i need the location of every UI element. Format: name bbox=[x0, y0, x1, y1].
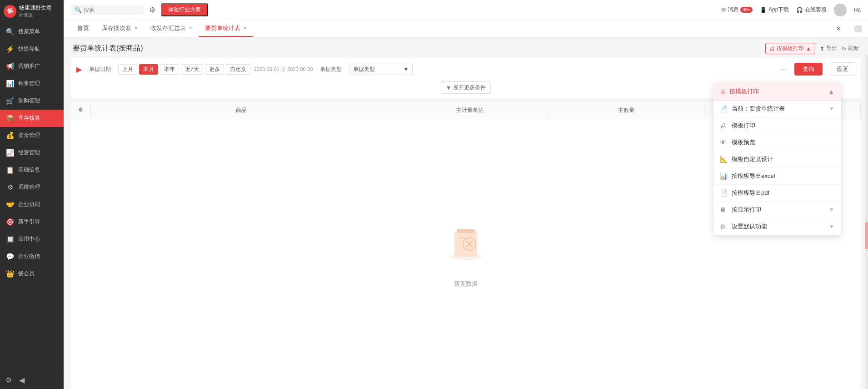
template-excel-label: 按模板导出excel bbox=[732, 172, 775, 180]
template-custom-icon: 📐 bbox=[720, 156, 727, 163]
topbar: 🔍 ⚙ 体验行业方案 ✉ 消息 99+ 📱 App下载 🎧 在线客服 Rit bbox=[64, 0, 868, 20]
tab-receivables-label: 收发存汇总表 bbox=[150, 24, 186, 32]
tab-requisition[interactable]: 要货单统计表 ✕ bbox=[199, 20, 253, 37]
settings-button[interactable]: 设置 bbox=[830, 62, 855, 76]
app-name: 畅康通好生意 bbox=[19, 5, 52, 12]
date-btn-more[interactable]: 更多 bbox=[205, 64, 224, 75]
sales-icon: 📊 bbox=[5, 80, 15, 88]
tab-receivables[interactable]: 收发存汇总表 ✕ bbox=[144, 20, 199, 37]
sidebar-item-basic[interactable]: 📋 基础信息 bbox=[0, 162, 64, 179]
date-btn-custom[interactable]: 自定义 bbox=[226, 64, 250, 75]
app-download-label: App下载 bbox=[768, 6, 789, 14]
more-options-icon[interactable]: ··· bbox=[780, 65, 787, 74]
tab-batch-close[interactable]: ✕ bbox=[134, 25, 138, 30]
sidebar-item-collab[interactable]: 🤝 企业协同 bbox=[0, 196, 64, 213]
dropdown-close-button[interactable]: ▲ bbox=[828, 88, 834, 95]
display-print-icon: 🖥 bbox=[720, 206, 727, 213]
search-input[interactable] bbox=[84, 7, 140, 13]
page-actions: 🖨 按模板打印 ▲ ⬆ 导出 ↻ 刷新 bbox=[765, 43, 859, 54]
print-dropdown-menu: 🖨 按模板打印 ▲ 📄 当前：要货单统计表 ▼ 🖨 模板打印 👁 模板预览 📐 bbox=[713, 83, 841, 235]
empty-illustration bbox=[443, 220, 489, 274]
date-btn-last-month[interactable]: 上月 bbox=[118, 64, 137, 75]
window-close-button[interactable]: ✕ bbox=[829, 20, 848, 37]
dropdown-template-print[interactable]: 🖨 模板打印 bbox=[713, 117, 841, 134]
topbar-right: ✉ 消息 99+ 📱 App下载 🎧 在线客服 Rit bbox=[721, 4, 861, 16]
template-pdf-icon: 📄 bbox=[720, 189, 727, 197]
window-controls: ✕ ⬜ bbox=[829, 20, 868, 37]
message-group[interactable]: ✉ 消息 99+ bbox=[721, 6, 753, 14]
column-settings-icon[interactable]: ⚙ bbox=[78, 106, 83, 113]
guide-icon: 🎯 bbox=[5, 218, 15, 226]
app-version: 标准版 bbox=[19, 12, 52, 18]
online-service-group[interactable]: 🎧 在线客服 bbox=[796, 6, 827, 14]
dropdown-current[interactable]: 📄 当前：要货单统计表 ▼ bbox=[713, 101, 841, 117]
type-select[interactable]: 单据类型 ▼ bbox=[349, 64, 413, 75]
content-area: 要货单统计表(按商品) 🖨 按模板打印 ▲ ⬆ 导出 ↻ 刷新 bbox=[64, 37, 868, 389]
page-title: 要货单统计表(按商品) bbox=[73, 44, 143, 53]
current-icon: 📄 bbox=[720, 105, 727, 112]
sidebar-item-apps[interactable]: 🔲 应用中心 bbox=[0, 231, 64, 248]
filter-expand-icon[interactable]: ▶ bbox=[76, 65, 82, 74]
sidebar-item-search[interactable]: 🔍 搜索菜单 bbox=[0, 23, 64, 40]
tab-batch-label: 库存批次账 bbox=[102, 24, 131, 32]
app-download-icon: 📱 bbox=[760, 7, 767, 13]
dropdown-template-preview[interactable]: 👁 模板预览 bbox=[713, 134, 841, 151]
sidebar-item-nav[interactable]: ⚡ 快捷导航 bbox=[0, 40, 64, 58]
dropdown-template-excel[interactable]: 📊 按模板导出excel bbox=[713, 168, 841, 185]
query-button[interactable]: 查询 bbox=[794, 63, 823, 76]
dropdown-template-pdf[interactable]: 📄 按模板导出pdf bbox=[713, 185, 841, 202]
tab-batch[interactable]: 库存批次账 ✕ bbox=[95, 20, 144, 37]
refresh-icon: ↻ bbox=[842, 45, 846, 52]
message-label: 消息 bbox=[728, 6, 738, 14]
default-func-arrow: ▼ bbox=[829, 223, 834, 230]
topbar-gear-icon[interactable]: ⚙ bbox=[149, 5, 155, 14]
template-custom-label: 模板自定义设计 bbox=[732, 155, 773, 163]
app-download-group[interactable]: 📱 App下载 bbox=[760, 6, 789, 14]
date-btn-this-year[interactable]: 本年 bbox=[160, 64, 179, 75]
expand-conditions-button[interactable]: ▼ 展开更多条件 bbox=[441, 81, 491, 94]
sidebar-collapse-icon[interactable]: ◀ bbox=[19, 376, 25, 384]
operation-icon: 📈 bbox=[5, 149, 15, 157]
tab-requisition-close[interactable]: ✕ bbox=[243, 25, 247, 30]
sidebar-item-inventory[interactable]: 📦 库存核算 bbox=[0, 110, 64, 127]
template-preview-icon: 👁 bbox=[720, 139, 727, 146]
filter-row-date: ▶ 单据日期 上月 本月 本年 近7天 更多 自定义 2023-06-01 至 … bbox=[76, 62, 855, 76]
sidebar-item-system[interactable]: ⚙ 系统管理 bbox=[0, 179, 64, 196]
user-avatar[interactable] bbox=[834, 4, 847, 16]
tab-home[interactable]: 首页 bbox=[71, 20, 95, 37]
print-button[interactable]: 🖨 按模板打印 ▲ bbox=[765, 43, 815, 54]
promo-button[interactable]: 体验行业方案 bbox=[161, 3, 208, 16]
sidebar-item-guide[interactable]: 🎯 新手引导 bbox=[0, 213, 64, 231]
sidebar-item-operation[interactable]: 📈 经营管理 bbox=[0, 144, 64, 162]
sidebar-item-marketing[interactable]: 📢 营销推广 bbox=[0, 58, 64, 75]
date-btn-this-month[interactable]: 本月 bbox=[139, 64, 158, 75]
window-expand-button[interactable]: ⬜ bbox=[848, 20, 868, 37]
tab-receivables-close[interactable]: ✕ bbox=[189, 25, 192, 30]
sidebar-item-sales[interactable]: 📊 销售管理 bbox=[0, 75, 64, 92]
chevron-down-icon2: ▼ bbox=[446, 85, 451, 91]
topbar-search-icon: 🔍 bbox=[75, 6, 82, 13]
chevron-down-icon: ▼ bbox=[403, 66, 409, 72]
main-area: 🔍 ⚙ 体验行业方案 ✉ 消息 99+ 📱 App下载 🎧 在线客服 Rit bbox=[64, 0, 868, 389]
scrollbar-thumb[interactable] bbox=[865, 222, 868, 249]
sidebar-item-member[interactable]: 👑 畅会员 bbox=[0, 265, 64, 283]
sidebar-item-purchase[interactable]: 🛒 采购管理 bbox=[0, 92, 64, 110]
sidebar-item-wechat[interactable]: 💬 企业微信 bbox=[0, 248, 64, 265]
wechat-icon: 💬 bbox=[5, 253, 15, 261]
current-label: 当前：要货单统计表 bbox=[732, 105, 785, 113]
sidebar-settings-icon[interactable]: ⚙ bbox=[5, 376, 12, 384]
sidebar-item-finance[interactable]: 💰 资金管理 bbox=[0, 127, 64, 144]
refresh-button[interactable]: ↻ 刷新 bbox=[842, 45, 859, 52]
dropdown-default-func[interactable]: ⚙ 设置默认功能 ▼ bbox=[713, 218, 841, 235]
export-button[interactable]: ⬆ 导出 bbox=[820, 45, 837, 52]
dropdown-template-custom[interactable]: 📐 模板自定义设计 bbox=[713, 151, 841, 168]
page-header: 要货单统计表(按商品) 🖨 按模板打印 ▲ ⬆ 导出 ↻ 刷新 bbox=[64, 37, 868, 58]
app-logo: 畅 畅康通好生意 标准版 bbox=[0, 0, 64, 23]
default-func-icon: ⚙ bbox=[720, 223, 727, 230]
date-btn-7days[interactable]: 近7天 bbox=[181, 64, 203, 75]
th-settings[interactable]: ⚙ bbox=[71, 102, 91, 119]
topbar-search-box[interactable]: 🔍 bbox=[71, 5, 144, 15]
dropdown-display-print[interactable]: 🖥 按显示打印 ▼ bbox=[713, 202, 841, 218]
display-print-label: 按显示打印 bbox=[732, 206, 761, 214]
date-range-text: 2023-06-01 至 2023-06-30 bbox=[254, 66, 313, 73]
